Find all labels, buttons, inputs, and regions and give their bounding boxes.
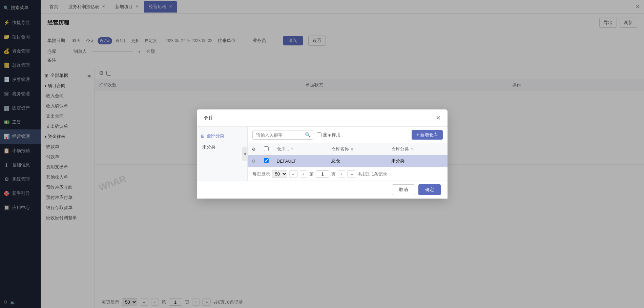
modal-total-text: 共1页, 1条记录 xyxy=(358,171,388,177)
show-disabled-label: 显示停用 xyxy=(323,132,340,138)
modal-toolbar: 🔍 显示停用 + 新增仓库 xyxy=(248,127,448,143)
modal-left-header[interactable]: ⊞ 全部分类 xyxy=(197,130,247,142)
warehouse-modal: 仓库 ✕ ⊞ 全部分类 未分类 ◀ 🔍 xyxy=(197,109,448,199)
sort-icon-code[interactable]: ⇅ xyxy=(291,147,294,151)
row-checkbox-0[interactable] xyxy=(264,158,269,163)
search-icon: 🔍 xyxy=(305,132,311,138)
row-checkbox-cell xyxy=(260,155,273,167)
modal-per-page-select[interactable]: 50 xyxy=(272,170,287,178)
sort-icon-cat[interactable]: ⇅ xyxy=(411,147,414,151)
row-name-cell: 总仓 xyxy=(327,155,387,167)
modal-left-unclassified[interactable]: 未分类 xyxy=(197,142,247,152)
modal-pager: 每页显示 50 « ‹ 第 页 › » 共1页, 1条记录 xyxy=(248,167,448,181)
confirm-button[interactable]: 确定 xyxy=(418,184,441,195)
modal-left-all-label: 全部分类 xyxy=(207,133,224,139)
modal-footer-actions: 取消 确定 xyxy=(197,181,448,199)
modal-table-row[interactable]: ⚙ DEFAULT 总仓 未分类 xyxy=(248,155,448,167)
sort-icon-name[interactable]: ⇅ xyxy=(351,147,353,151)
modal-per-page-label: 每页显示 xyxy=(252,171,270,177)
row-code-cell: DEFAULT xyxy=(273,155,327,167)
modal-right-panel: 🔍 显示停用 + 新增仓库 ⚙ xyxy=(248,127,448,181)
modal-select-all-checkbox[interactable] xyxy=(264,146,269,151)
modal-body: ⊞ 全部分类 未分类 ◀ 🔍 显示停用 xyxy=(197,127,448,181)
modal-next-page-button[interactable]: › xyxy=(338,170,345,178)
grid-small-icon: ⊞ xyxy=(201,134,205,139)
show-disabled-option: 显示停用 xyxy=(317,132,340,138)
th-gear: ⚙ xyxy=(248,143,260,155)
th-checkbox xyxy=(260,143,273,155)
th-warehouse-code: 仓库... ⇅ xyxy=(273,143,327,155)
modal-title: 仓库 xyxy=(204,115,214,121)
modal-warehouse-table: ⚙ 仓库... ⇅ 仓库名称 xyxy=(248,143,448,167)
modal-first-page-button[interactable]: « xyxy=(289,170,298,178)
row-category-cell: 未分类 xyxy=(387,155,447,167)
modal-prev-page-button[interactable]: ‹ xyxy=(300,170,307,178)
add-warehouse-button[interactable]: + 新增仓库 xyxy=(412,130,442,140)
row-gear-icon[interactable]: ⚙ xyxy=(252,159,256,164)
cancel-button[interactable]: 取消 xyxy=(392,184,415,195)
show-disabled-checkbox[interactable] xyxy=(317,132,321,137)
gear-icon[interactable]: ⚙ xyxy=(252,147,256,152)
row-gear-cell: ⚙ xyxy=(248,155,260,167)
th-warehouse-name: 仓库名称 ⇅ xyxy=(327,143,387,155)
modal-page-label-pre: 第 xyxy=(309,171,314,177)
modal-page-label: 页 xyxy=(331,171,336,177)
modal-header: 仓库 ✕ xyxy=(197,109,448,127)
search-box: 🔍 xyxy=(252,130,313,140)
modal-last-page-button[interactable]: » xyxy=(347,170,356,178)
th-warehouse-category: 仓库分类 ⇅ xyxy=(387,143,447,155)
modal-left-panel: ⊞ 全部分类 未分类 ◀ xyxy=(197,127,248,181)
modal-close-icon[interactable]: ✕ xyxy=(436,114,441,122)
modal-overlay: 仓库 ✕ ⊞ 全部分类 未分类 ◀ 🔍 xyxy=(0,0,644,308)
search-input[interactable] xyxy=(256,132,304,138)
modal-left-collapse-icon[interactable]: ◀ xyxy=(242,147,247,161)
modal-table-area: ⚙ 仓库... ⇅ 仓库名称 xyxy=(248,143,448,167)
modal-page-number-input[interactable] xyxy=(316,170,329,178)
